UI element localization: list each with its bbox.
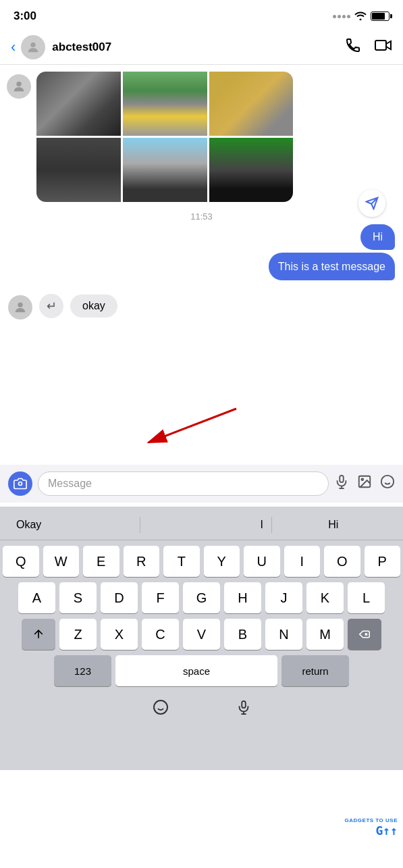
suggestion-okay[interactable]: Okay (8, 519, 140, 531)
key-i[interactable]: I (284, 546, 321, 577)
photo-grid-message (0, 65, 403, 206)
message-input[interactable]: Message (38, 471, 329, 496)
key-row-3: Z X C V B N M (3, 619, 400, 650)
image-icon[interactable] (357, 474, 372, 493)
key-l[interactable]: L (348, 582, 385, 613)
battery-icon (371, 11, 389, 21)
photo-cell-6 (209, 138, 293, 202)
key-t[interactable]: T (163, 546, 200, 577)
key-row-1: Q W E R T Y U I O P (3, 546, 400, 577)
message-bubble-hi: Hi (360, 224, 395, 250)
photo-cell-1 (36, 72, 121, 136)
key-d[interactable]: D (101, 582, 138, 613)
key-m[interactable]: M (306, 619, 344, 650)
suggestion-i[interactable]: I (140, 519, 271, 531)
quick-reply-chip[interactable]: okay (70, 295, 117, 317)
key-h[interactable]: H (224, 582, 261, 613)
wifi-icon (354, 11, 367, 22)
back-button[interactable]: ‹ (11, 39, 16, 56)
key-w[interactable]: W (43, 546, 80, 577)
status-bar: 3:00 (0, 0, 403, 30)
space-key[interactable]: space (115, 655, 277, 686)
key-row-2: A S D F G H J K L (3, 582, 400, 613)
svg-point-2 (16, 82, 21, 86)
header-actions (345, 37, 392, 57)
photo-cell-3 (209, 72, 293, 136)
key-b[interactable]: B (224, 619, 261, 650)
key-row-4: 123 space return (3, 655, 400, 686)
sticker-icon[interactable] (380, 474, 395, 493)
reply-icon[interactable]: ↵ (39, 294, 63, 318)
quick-reply-row: ↵ okay (0, 288, 403, 324)
emoji-icon[interactable] (153, 699, 169, 719)
signal-icon (333, 15, 350, 18)
key-s[interactable]: S (59, 582, 97, 613)
key-g[interactable]: G (183, 582, 220, 613)
numbers-key[interactable]: 123 (54, 655, 111, 686)
key-p[interactable]: P (365, 546, 401, 577)
key-n[interactable]: N (265, 619, 302, 650)
watermark: GADGETS TO USE G↑↑ (345, 817, 398, 838)
input-icons (334, 474, 395, 493)
keyboard-suggestions: Okay I Hi (0, 512, 403, 540)
reply-avatar (8, 295, 32, 320)
svg-point-0 (31, 42, 36, 47)
camera-button[interactable] (8, 471, 32, 496)
svg-line-5 (149, 409, 236, 442)
mic-icon[interactable] (334, 474, 349, 493)
svg-rect-20 (242, 701, 246, 708)
key-j[interactable]: J (265, 582, 302, 613)
message-row-hi: Hi (8, 224, 395, 250)
suggestion-hi[interactable]: Hi (271, 519, 395, 531)
status-icons (333, 11, 389, 22)
mic-bottom-icon[interactable] (236, 700, 251, 719)
photo-cell-2 (123, 72, 207, 136)
message-row-test: This is a test message (8, 253, 395, 281)
key-c[interactable]: C (142, 619, 179, 650)
svg-point-11 (361, 478, 363, 480)
svg-rect-1 (375, 41, 386, 50)
svg-point-17 (154, 700, 167, 714)
photo-cell-4 (36, 138, 121, 202)
svg-point-6 (19, 482, 22, 486)
keyboard-bottom-bar (0, 692, 403, 721)
photo-grid (36, 72, 293, 202)
key-v[interactable]: V (183, 619, 220, 650)
key-o[interactable]: O (324, 546, 360, 577)
key-z[interactable]: Z (59, 619, 97, 650)
call-icon[interactable] (345, 37, 361, 57)
key-rows: Q W E R T Y U I O P A S D F G H J K L (0, 540, 403, 686)
contact-avatar (21, 35, 45, 59)
key-f[interactable]: F (142, 582, 179, 613)
keyboard: Okay I Hi Q W E R T Y U I O P A S D F G … (0, 507, 403, 770)
key-a[interactable]: A (18, 582, 55, 613)
svg-rect-7 (340, 476, 344, 482)
status-time: 3:00 (14, 9, 36, 23)
key-y[interactable]: Y (204, 546, 240, 577)
backspace-key[interactable] (348, 619, 381, 650)
timestamp: 11:53 (0, 206, 403, 224)
send-photo-button[interactable] (358, 190, 385, 217)
chat-header: ‹ abctest007 (0, 30, 403, 65)
input-row: Message (0, 465, 403, 503)
annotation-arrow (108, 402, 243, 456)
contact-name: abctest007 (52, 41, 345, 54)
key-x[interactable]: X (101, 619, 138, 650)
key-u[interactable]: U (244, 546, 280, 577)
messages-area: Hi This is a test message (0, 224, 403, 280)
key-k[interactable]: K (306, 582, 344, 613)
key-e[interactable]: E (83, 546, 119, 577)
chat-area: 11:53 Hi This is a test message ↵ okay (0, 65, 403, 389)
key-r[interactable]: R (124, 546, 160, 577)
svg-point-12 (381, 476, 394, 488)
video-call-icon[interactable] (375, 37, 392, 57)
shift-key[interactable] (22, 619, 55, 650)
svg-point-3 (18, 303, 22, 307)
key-q[interactable]: Q (3, 546, 39, 577)
message-bubble-test: This is a test message (269, 253, 395, 281)
message-placeholder: Message (48, 478, 92, 490)
return-key[interactable]: return (281, 655, 349, 686)
photo-cell-5 (123, 138, 207, 202)
sender-avatar (7, 74, 31, 99)
